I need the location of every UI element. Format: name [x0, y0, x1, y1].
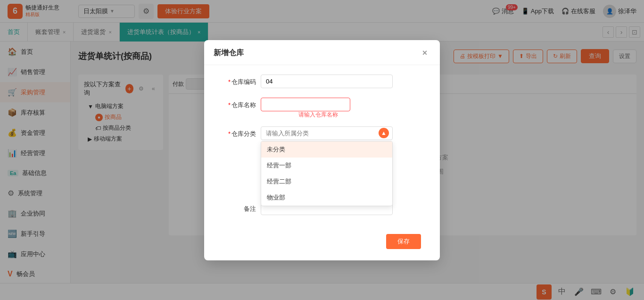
- add-warehouse-dialog: 新增仓库 × 仓库编码 仓库名称 请输入仓库名称 仓库分类: [204, 40, 440, 260]
- form-row-name: 仓库名称 请输入仓库名称: [223, 98, 421, 111]
- code-input[interactable]: [261, 75, 393, 88]
- dropdown-item-uncategorized[interactable]: 未分类: [261, 142, 392, 158]
- form-row-category: 仓库分类 ▲ 未分类 经营一部 经营二部 物业部: [223, 126, 421, 140]
- remarks-label: 备注: [223, 201, 261, 213]
- form-row-code: 仓库编码: [223, 75, 421, 88]
- dialog-title: 新增仓库: [214, 48, 244, 58]
- name-error-message: 请输入仓库名称: [298, 111, 338, 119]
- modal-overlay[interactable]: 新增仓库 × 仓库编码 仓库名称 请输入仓库名称 仓库分类: [0, 0, 644, 300]
- category-label: 仓库分类: [223, 126, 261, 138]
- name-input[interactable]: [261, 98, 350, 111]
- save-button[interactable]: 保存: [386, 234, 421, 249]
- dialog-close-button[interactable]: ×: [419, 48, 430, 59]
- dropdown-item-property[interactable]: 物业部: [261, 190, 392, 206]
- name-label: 仓库名称: [223, 98, 261, 109]
- category-dropdown: 未分类 经营一部 经营二部 物业部: [261, 141, 393, 206]
- category-toggle-button[interactable]: ▲: [379, 128, 389, 138]
- dialog-footer: 保存: [204, 234, 440, 249]
- code-label: 仓库编码: [223, 75, 261, 86]
- dropdown-item-ops1[interactable]: 经营一部: [261, 158, 392, 174]
- category-input[interactable]: [261, 126, 393, 140]
- dialog-body: 仓库编码 仓库名称 请输入仓库名称 仓库分类 ▲ 未分类: [204, 65, 440, 234]
- dialog-header: 新增仓库 ×: [204, 40, 440, 65]
- dropdown-item-ops2[interactable]: 经营二部: [261, 174, 392, 190]
